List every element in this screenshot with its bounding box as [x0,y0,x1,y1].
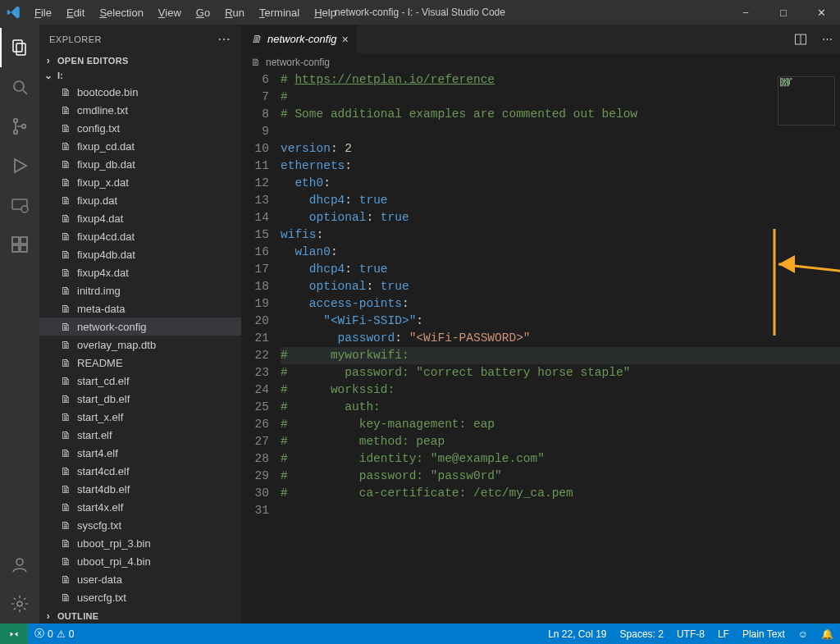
more-actions-icon[interactable]: ⋯ [814,25,840,53]
outline-section[interactable]: › OUTLINE [39,609,241,623]
code-line[interactable]: wifis: [281,226,840,244]
run-debug-activity-icon[interactable] [0,146,39,185]
file-item[interactable]: 🗎start_x.elf [39,408,241,426]
code-line[interactable]: version: 2 [281,140,840,158]
file-label: config.txt [77,122,120,135]
language-mode[interactable]: Plain Text [736,623,792,644]
accounts-activity-icon[interactable] [0,545,39,584]
menu-view[interactable]: View [152,3,188,22]
encoding-status[interactable]: UTF-8 [670,623,711,644]
problems-status[interactable]: ⓧ0 ⚠0 [28,623,80,644]
code-line[interactable]: # password: "passw0rd" [281,468,840,485]
code-line[interactable]: # identity: "me@example.com" [281,450,840,468]
file-item[interactable]: 🗎fixup4db.dat [39,245,241,263]
file-item[interactable]: 🗎overlay_map.dtb [39,336,241,354]
file-item[interactable]: 🗎start4x.elf [39,498,241,516]
code-line[interactable]: # ca-certificate: /etc/my_ca.pem [281,485,840,502]
file-item[interactable]: 🗎cmdline.txt [39,101,241,119]
code-line[interactable]: # method: peap [281,433,840,450]
file-item[interactable]: 🗎start4.elf [39,444,241,462]
maximize-button[interactable]: □ [765,0,802,25]
menu-go[interactable]: Go [189,3,217,22]
menu-edit[interactable]: Edit [60,3,91,22]
menu-file[interactable]: File [28,3,58,22]
sidebar-header: EXPLORER ⋯ [39,25,241,53]
file-item[interactable]: 🗎start4db.elf [39,480,241,498]
code-line[interactable]: # myworkwifi: [281,347,840,364]
file-item[interactable]: 🗎meta-data [39,299,241,317]
file-item[interactable]: 🗎uboot_rpi_4.bin [39,552,241,570]
menu-run[interactable]: Run [218,3,251,22]
code-line[interactable]: # key-management: eap [281,416,840,433]
notifications-icon[interactable]: 🔔 [815,623,840,644]
file-item[interactable]: 🗎fixup_db.dat [39,155,241,173]
tab-network-config[interactable]: 🗎 network-config × [241,25,358,53]
file-item[interactable]: 🗎config.txt [39,119,241,137]
minimize-button[interactable]: − [727,0,765,25]
code-line[interactable]: # workssid: [281,381,840,399]
code-line[interactable]: optional: true [281,209,840,226]
file-item[interactable]: 🗎start_cd.elf [39,372,241,390]
extensions-activity-icon[interactable] [0,225,39,264]
folder-root-section[interactable]: ⌄ I: [39,68,241,83]
code-line[interactable]: "<WiFi-SSID>": [281,313,840,330]
split-editor-icon[interactable] [788,25,814,53]
file-item[interactable]: 🗎fixup_cd.dat [39,137,241,155]
minimap[interactable]: ███ █ ███ ██ █ ████ ███ ██ ██ ████ █ ██ … [774,71,840,623]
file-item[interactable]: 🗎syscfg.txt [39,516,241,534]
code-line[interactable]: eth0: [281,175,840,192]
code-line[interactable]: # password: "correct battery horse stapl… [281,364,840,381]
file-item[interactable]: 🗎start_db.elf [39,390,241,408]
file-tree[interactable]: 🗎bootcode.bin🗎cmdline.txt🗎config.txt🗎fix… [39,83,241,609]
file-item[interactable]: 🗎network-config [39,317,241,336]
code-line[interactable]: access-points: [281,295,840,313]
file-item[interactable]: 🗎start4cd.elf [39,462,241,480]
menu-selection[interactable]: Selection [93,3,149,22]
menu-terminal[interactable]: Terminal [253,3,306,22]
file-item[interactable]: 🗎fixup_x.dat [39,173,241,191]
code-line[interactable] [281,502,840,519]
remote-indicator[interactable] [0,623,28,644]
file-item[interactable]: 🗎uboot_rpi_3.bin [39,534,241,552]
window-controls: − □ ✕ [727,0,840,25]
open-editors-section[interactable]: › OPEN EDITORS [39,53,241,68]
menu-help[interactable]: Help [308,3,343,22]
feedback-icon[interactable]: ☺ [792,623,815,644]
settings-gear-icon[interactable] [0,584,39,623]
source-control-activity-icon[interactable] [0,107,39,146]
file-item[interactable]: 🗎usercfg.txt [39,588,241,606]
file-item[interactable]: 🗎README [39,354,241,372]
file-item[interactable]: 🗎start.elf [39,426,241,444]
eol-status[interactable]: LF [711,623,736,644]
search-activity-icon[interactable] [0,67,39,107]
remote-explorer-activity-icon[interactable] [0,185,39,225]
code-line[interactable]: # https://netplan.io/reference [281,71,840,89]
explorer-activity-icon[interactable] [0,28,39,67]
code-line[interactable]: ethernets: [281,158,840,175]
code-line[interactable]: # auth: [281,399,840,416]
code-line[interactable]: # Some additional examples are commented… [281,106,840,123]
code-line[interactable]: # [281,89,840,106]
code-line[interactable]: dhcp4: true [281,261,840,278]
code-line[interactable]: password: "<WiFi-PASSWORD>" [281,330,840,347]
code-line[interactable]: wlan0: [281,244,840,261]
code-lines[interactable]: # https://netplan.io/reference## Some ad… [281,71,840,623]
file-item[interactable]: 🗎fixup4.dat [39,209,241,227]
breadcrumb[interactable]: 🗎 network-config [241,53,840,71]
cursor-position[interactable]: Ln 22, Col 19 [541,623,613,644]
file-item[interactable]: 🗎user-data [39,570,241,588]
code-line[interactable] [281,123,840,140]
close-button[interactable]: ✕ [802,0,840,25]
sidebar-more-icon[interactable]: ⋯ [217,31,231,47]
file-icon: 🗎 [59,464,72,477]
file-item[interactable]: 🗎fixup4cd.dat [39,227,241,245]
file-item[interactable]: 🗎bootcode.bin [39,83,241,101]
indentation-status[interactable]: Spaces: 2 [614,623,670,644]
code-editor[interactable]: 6789101112131415161718192021222324252627… [241,71,840,623]
code-line[interactable]: optional: true [281,278,840,295]
file-item[interactable]: 🗎fixup.dat [39,191,241,209]
file-item[interactable]: 🗎fixup4x.dat [39,263,241,281]
code-line[interactable]: dhcp4: true [281,192,840,209]
tab-close-icon[interactable]: × [342,33,349,46]
file-item[interactable]: 🗎initrd.img [39,281,241,299]
